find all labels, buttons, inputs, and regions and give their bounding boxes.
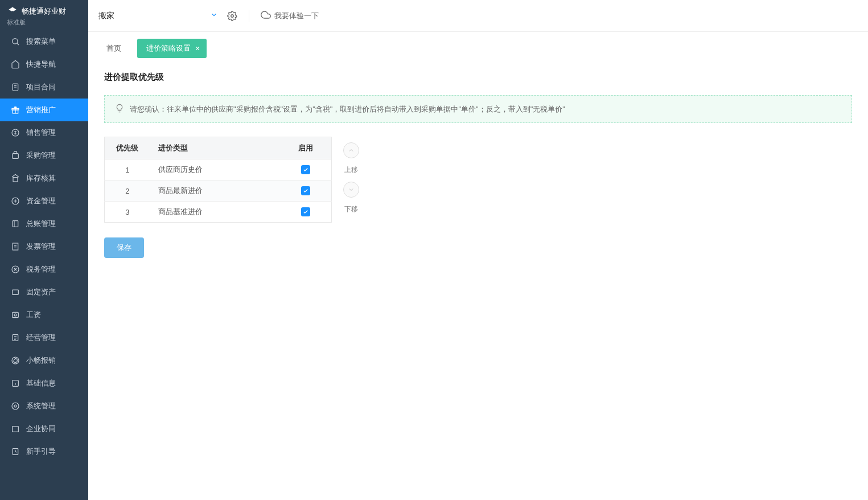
- sidebar-item-label: 资金管理: [26, 196, 56, 206]
- money-icon: [10, 196, 20, 206]
- move-down-button[interactable]: [343, 182, 359, 198]
- house-icon: [10, 173, 20, 183]
- svg-rect-10: [13, 154, 19, 159]
- brand-edition: 标准版: [7, 18, 81, 27]
- page-title: 进价提取优先级: [104, 72, 852, 83]
- sidebar-item-label: 税务管理: [26, 264, 56, 274]
- sidebar-item-6[interactable]: 库存核算: [0, 167, 88, 190]
- sidebar-item-label: 经营管理: [26, 333, 56, 343]
- svg-point-38: [231, 14, 234, 17]
- sidebar-item-4[interactable]: 销售管理: [0, 121, 88, 144]
- cell-priority: 3: [105, 202, 150, 223]
- cell-priority: 2: [105, 181, 150, 202]
- lightbulb-icon: [115, 104, 124, 114]
- sidebar-item-18[interactable]: 新手引导: [0, 440, 88, 463]
- chevron-down-icon: [210, 11, 218, 21]
- enable-checkbox[interactable]: [301, 207, 310, 216]
- svg-line-2: [17, 43, 19, 45]
- col-priority: 优先级: [105, 137, 150, 159]
- sidebar-item-label: 固定资产: [26, 287, 56, 297]
- col-type: 进价类型: [150, 137, 281, 159]
- cell-type: 商品基准进价: [150, 202, 281, 223]
- sidebar-item-label: 销售管理: [26, 128, 56, 138]
- save-button[interactable]: 保存: [104, 237, 144, 258]
- book-icon: [10, 219, 20, 229]
- enable-checkbox[interactable]: [301, 165, 310, 174]
- sidebar-item-label: 新手引导: [26, 446, 56, 457]
- sidebar-item-15[interactable]: 基础信息: [0, 372, 88, 395]
- alert-text: 请您确认：往来单位中的供应商"采购报价含税"设置，为"含税"，取到进价后将自动带…: [130, 104, 565, 114]
- sidebar-item-17[interactable]: 企业协同: [0, 417, 88, 440]
- move-up-label: 上移: [344, 165, 358, 175]
- settings-button[interactable]: [227, 11, 237, 21]
- cell-type: 供应商历史价: [150, 159, 281, 181]
- info-alert: 请您确认：往来单位中的供应商"采购报价含税"设置，为"含税"，取到进价后将自动带…: [104, 95, 852, 123]
- experience-link[interactable]: 我要体验一下: [261, 10, 319, 22]
- svg-rect-15: [13, 243, 18, 250]
- sidebar-item-label: 企业协同: [26, 424, 56, 434]
- manage-icon: [10, 333, 20, 343]
- sidebar-item-label: 基础信息: [26, 378, 56, 388]
- sidebar-item-7[interactable]: 资金管理: [0, 190, 88, 212]
- move-up-button[interactable]: [343, 142, 359, 158]
- sidebar-item-9[interactable]: 发票管理: [0, 235, 88, 258]
- workspace-dropdown-label: 搬家: [98, 11, 114, 21]
- sidebar-item-14[interactable]: 小畅报销: [0, 349, 88, 372]
- chevron-down-icon: [348, 186, 355, 193]
- table-row[interactable]: 2商品最新进价: [105, 181, 332, 202]
- tax-icon: [10, 264, 20, 274]
- company-icon: [10, 424, 20, 434]
- sidebar-item-label: 采购管理: [26, 150, 56, 161]
- sidebar-item-2[interactable]: 项目合同: [0, 76, 88, 99]
- chevron-up-icon: [348, 147, 355, 154]
- sidebar-item-label: 营销推广: [26, 105, 56, 115]
- svg-rect-11: [13, 178, 18, 182]
- svg-point-32: [12, 403, 19, 409]
- sidebar-item-label: 总账管理: [26, 219, 56, 229]
- sidebar-item-13[interactable]: 经营管理: [0, 326, 88, 349]
- svg-point-27: [12, 357, 19, 364]
- move-down-label: 下移: [344, 204, 358, 214]
- tab-1[interactable]: 进价策略设置×: [137, 39, 207, 58]
- priority-table: 优先级 进价类型 启用 1供应商历史价2商品最新进价3商品基准进价: [104, 137, 332, 223]
- svg-rect-33: [13, 427, 19, 432]
- sidebar-item-5[interactable]: 采购管理: [0, 144, 88, 167]
- sidebar-item-label: 系统管理: [26, 401, 56, 411]
- brand-name: 畅捷通好业财: [22, 6, 66, 17]
- sidebar-item-label: 发票管理: [26, 241, 56, 252]
- close-icon[interactable]: ×: [195, 44, 200, 53]
- sidebar-item-11[interactable]: 固定资产: [0, 281, 88, 304]
- cell-priority: 1: [105, 159, 150, 181]
- sidebar-item-1[interactable]: 快捷导航: [0, 53, 88, 76]
- sidebar-item-label: 搜索菜单: [26, 36, 56, 47]
- table-row[interactable]: 1供应商历史价: [105, 159, 332, 181]
- info-icon: [10, 378, 20, 388]
- sidebar-item-label: 库存核算: [26, 173, 56, 183]
- logo-area: 畅捷通好业财 标准版: [0, 0, 88, 30]
- sidebar-item-0[interactable]: 搜索菜单: [0, 30, 88, 53]
- sidebar-item-label: 小畅报销: [26, 355, 56, 366]
- col-enabled: 启用: [281, 137, 332, 159]
- sidebar-item-8[interactable]: 总账管理: [0, 212, 88, 235]
- tab-0[interactable]: 首页: [98, 39, 129, 58]
- svg-point-0: [11, 11, 14, 14]
- divider: [249, 10, 249, 22]
- sidebar-item-3[interactable]: 营销推广: [0, 99, 88, 121]
- sidebar-item-label: 快捷导航: [26, 59, 56, 69]
- sidebar-item-10[interactable]: 税务管理: [0, 258, 88, 281]
- sidebar-item-12[interactable]: 工资: [0, 304, 88, 326]
- tab-label: 首页: [106, 44, 121, 52]
- system-icon: [10, 401, 20, 411]
- enable-checkbox[interactable]: [301, 186, 310, 195]
- svg-rect-19: [13, 290, 19, 294]
- asset-icon: [10, 287, 20, 297]
- sidebar-item-16[interactable]: 系统管理: [0, 395, 88, 417]
- tab-label: 进价策略设置: [146, 43, 191, 54]
- table-row[interactable]: 3商品基准进价: [105, 202, 332, 223]
- experience-label: 我要体验一下: [274, 11, 319, 21]
- newbie-icon: [10, 446, 20, 457]
- salary-icon: [10, 310, 20, 320]
- sidebar-item-label: 项目合同: [26, 82, 56, 92]
- workspace-dropdown[interactable]: 搬家: [98, 11, 218, 21]
- cycle-icon: [10, 355, 20, 366]
